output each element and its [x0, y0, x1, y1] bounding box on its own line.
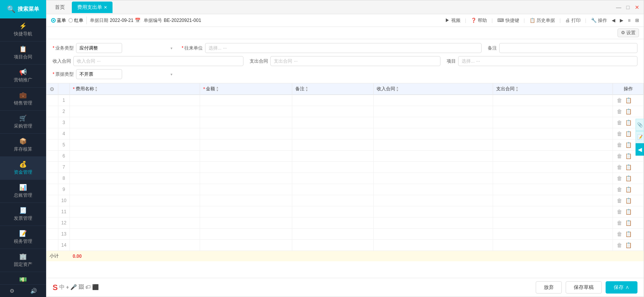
history-action[interactable]: 📋 历史单据	[530, 17, 555, 24]
row-income-contract-7[interactable]	[373, 162, 493, 173]
gear-icon[interactable]: ⚙	[50, 86, 55, 92]
row-expense-contract-13[interactable]	[493, 229, 613, 240]
row-delete-4[interactable]: 🗑	[616, 130, 623, 138]
row-checkbox-6[interactable]	[46, 151, 58, 162]
shortcut-action[interactable]: ⌨ 快捷键	[497, 17, 519, 24]
sidebar-item-purchase-mgmt[interactable]: 🛒 采购管理	[0, 111, 46, 134]
row-checkbox-8[interactable]	[46, 173, 58, 184]
row-amount-11[interactable]	[200, 206, 292, 217]
row-income-contract-8[interactable]	[373, 173, 493, 184]
row-expense-name-6[interactable]	[70, 151, 200, 162]
row-expense-contract-14[interactable]	[493, 240, 613, 251]
minimize-button[interactable]: —	[615, 4, 622, 11]
row-expense-contract-3[interactable]	[493, 117, 613, 128]
row-delete-13[interactable]: 🗑	[616, 230, 623, 238]
row-expense-contract-10[interactable]	[493, 195, 613, 206]
sidebar-item-project-contract[interactable]: 📋 项目合同	[0, 41, 46, 65]
row-checkbox-4[interactable]	[46, 128, 58, 139]
remark-input[interactable]	[499, 43, 637, 53]
expand-panel-btn[interactable]: ◀	[636, 143, 644, 156]
row-expense-contract-6[interactable]	[493, 151, 613, 162]
row-delete-9[interactable]: 🗑	[616, 186, 623, 193]
row-income-contract-1[interactable]	[373, 95, 493, 106]
row-amount-7[interactable]	[200, 162, 292, 173]
row-copy-10[interactable]: 📋	[624, 197, 632, 204]
row-expense-name-3[interactable]	[70, 117, 200, 128]
row-amount-3[interactable]	[200, 117, 292, 128]
row-expense-name-9[interactable]	[70, 184, 200, 195]
row-checkbox-11[interactable]	[46, 206, 58, 217]
row-remark-5[interactable]	[292, 139, 373, 151]
row-remark-6[interactable]	[292, 151, 373, 162]
income-contract-input[interactable]: 收入合同 ···	[73, 56, 243, 66]
th-income-contract[interactable]: 收入合同 ▲▼	[373, 83, 493, 95]
row-delete-5[interactable]: 🗑	[616, 141, 623, 149]
row-amount-1[interactable]	[200, 95, 292, 106]
row-expense-contract-2[interactable]	[493, 106, 613, 117]
th-expense-contract[interactable]: 支出合同 ▲▼	[493, 83, 613, 95]
row-income-contract-11[interactable]	[373, 206, 493, 217]
sidebar-item-fixed-assets[interactable]: 🏢 固定资产	[0, 249, 46, 272]
row-income-contract-5[interactable]	[373, 139, 493, 151]
row-delete-14[interactable]: 🗑	[616, 241, 623, 249]
th-expense-name[interactable]: *费用名称 ▲▼	[70, 83, 200, 95]
row-checkbox-7[interactable]	[46, 162, 58, 173]
sidebar-header[interactable]: 🔍 搜索菜单	[0, 0, 46, 18]
row-checkbox-1[interactable]	[46, 95, 58, 106]
business-type-select[interactable]: 应付调整	[76, 43, 122, 53]
nav-prev-btn[interactable]: ◀	[612, 18, 615, 23]
invoice-type-select[interactable]: 不开票	[76, 69, 122, 79]
calendar-icon[interactable]: 📅	[135, 18, 141, 23]
row-amount-4[interactable]	[200, 128, 292, 139]
row-income-contract-4[interactable]	[373, 128, 493, 139]
row-remark-13[interactable]	[292, 229, 373, 240]
maximize-button[interactable]: □	[624, 4, 631, 11]
row-remark-8[interactable]	[292, 173, 373, 184]
partner-input[interactable]: 选择... ···	[205, 43, 482, 53]
discard-button[interactable]: 放弃	[536, 281, 562, 294]
row-remark-10[interactable]	[292, 195, 373, 206]
sidebar-item-tax-mgmt[interactable]: 📝 税务管理	[0, 226, 46, 249]
row-checkbox-5[interactable]	[46, 139, 58, 151]
row-remark-4[interactable]	[292, 128, 373, 139]
tab-home[interactable]: 首页	[50, 2, 70, 13]
row-copy-12[interactable]: 📋	[624, 219, 632, 227]
row-checkbox-10[interactable]	[46, 195, 58, 206]
print-action[interactable]: 🖨 打印	[565, 17, 580, 24]
operation-action[interactable]: 🔧 操作	[591, 17, 607, 24]
row-expense-name-11[interactable]	[70, 206, 200, 217]
row-expense-name-10[interactable]	[70, 195, 200, 206]
settings-icon[interactable]: ⚙	[10, 288, 15, 294]
row-amount-12[interactable]	[200, 217, 292, 229]
sidebar-item-salary[interactable]: 💵 工资	[0, 272, 46, 284]
tab-expense-bill[interactable]: 费用支出单✕	[72, 2, 113, 13]
row-income-contract-14[interactable]	[373, 240, 493, 251]
th-remark[interactable]: 备注 ▲▼	[292, 83, 373, 95]
row-expense-name-7[interactable]	[70, 162, 200, 173]
row-checkbox-3[interactable]	[46, 117, 58, 128]
row-delete-1[interactable]: 🗑	[616, 96, 623, 104]
row-income-contract-12[interactable]	[373, 217, 493, 229]
row-income-contract-2[interactable]	[373, 106, 493, 117]
row-copy-8[interactable]: 📋	[624, 174, 632, 182]
row-remark-7[interactable]	[292, 162, 373, 173]
row-remark-3[interactable]	[292, 117, 373, 128]
row-amount-14[interactable]	[200, 240, 292, 251]
row-expense-contract-9[interactable]	[493, 184, 613, 195]
row-income-contract-6[interactable]	[373, 151, 493, 162]
row-expense-name-5[interactable]	[70, 139, 200, 151]
row-amount-10[interactable]	[200, 195, 292, 206]
row-checkbox-13[interactable]	[46, 229, 58, 240]
sidebar-item-capital-mgmt[interactable]: 💰 资金管理	[0, 157, 46, 180]
row-amount-9[interactable]	[200, 184, 292, 195]
row-amount-8[interactable]	[200, 173, 292, 184]
th-settings[interactable]: ⚙	[46, 83, 58, 95]
row-delete-10[interactable]: 🗑	[616, 197, 623, 204]
row-expense-contract-12[interactable]	[493, 217, 613, 229]
row-expense-name-1[interactable]	[70, 95, 200, 106]
view-grid-btn[interactable]: ⊞	[635, 18, 639, 23]
row-checkbox-2[interactable]	[46, 106, 58, 117]
row-expense-contract-5[interactable]	[493, 139, 613, 151]
row-expense-contract-11[interactable]	[493, 206, 613, 217]
row-income-contract-13[interactable]	[373, 229, 493, 240]
